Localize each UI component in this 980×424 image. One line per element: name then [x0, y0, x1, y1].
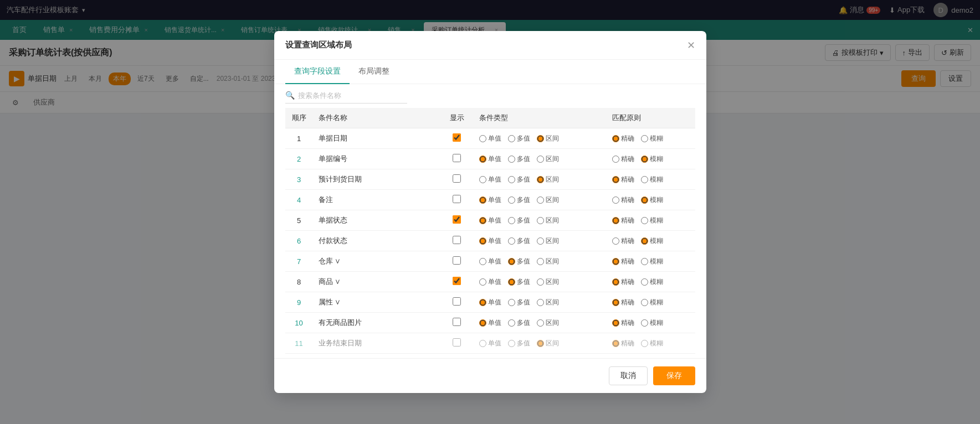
conditions-table: 顺序 条件名称 显示 条件类型 匹配原则 1单据日期单值多值区间精确模糊2单据编… [285, 108, 695, 113]
th-match: 匹配原则 [607, 108, 695, 113]
search-box: 🔍 [285, 91, 407, 104]
dialog-tab-layout[interactable]: 布局调整 [350, 60, 398, 84]
dialog-table-wrap: 顺序 条件名称 显示 条件类型 匹配原则 1单据日期单值多值区间精确模糊2单据编… [274, 108, 706, 113]
dialog-header: 设置查询区域布局 ✕ [274, 31, 706, 60]
dialog-tab-query-fields[interactable]: 查询字段设置 [285, 60, 350, 84]
search-icon: 🔍 [285, 91, 295, 100]
dialog-search-area: 🔍 [274, 84, 706, 108]
search-input[interactable] [298, 91, 407, 100]
modal-overlay: 设置查询区域布局 ✕ 查询字段设置 布局调整 🔍 顺序 条件名称 显示 [0, 0, 980, 113]
settings-dialog: 设置查询区域布局 ✕ 查询字段设置 布局调整 🔍 顺序 条件名称 显示 [274, 31, 706, 113]
th-display: 显示 [440, 108, 474, 113]
dialog-tabs: 查询字段设置 布局调整 [274, 60, 706, 84]
th-type: 条件类型 [474, 108, 607, 113]
th-name: 条件名称 [313, 108, 440, 113]
th-order: 顺序 [285, 108, 313, 113]
dialog-title: 设置查询区域布局 [285, 40, 352, 50]
dialog-close-btn[interactable]: ✕ [687, 40, 695, 50]
